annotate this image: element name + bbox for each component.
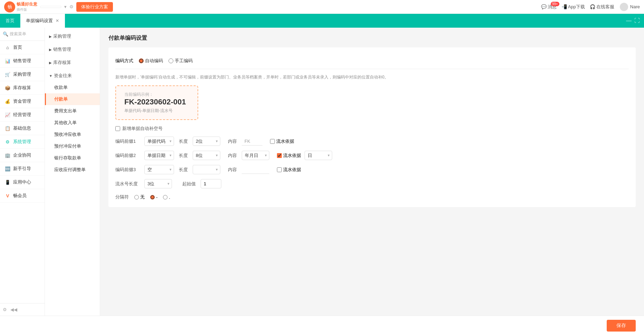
tabbar-minimize-btn[interactable]: — bbox=[626, 18, 632, 24]
sidebar-item-sales[interactable]: 📊 销售管理 bbox=[0, 54, 45, 68]
stream2-unit-wrap[interactable]: 日 月 年 bbox=[305, 151, 332, 160]
submenu-group-sales-header[interactable]: ▶ 销售管理 bbox=[45, 44, 100, 55]
sidebar-item-guide[interactable]: 🆕 新手引导 bbox=[0, 162, 45, 176]
prefix3-select-wrap[interactable]: 单据代码 单据日期 部门 业务员 空 bbox=[144, 165, 174, 174]
stream2-checkbox[interactable] bbox=[277, 153, 282, 158]
tab-close-icon[interactable]: ✕ bbox=[56, 18, 59, 23]
stream3-checkbox[interactable] bbox=[277, 167, 282, 172]
content3-value[interactable] bbox=[242, 166, 269, 174]
service-btn[interactable]: 🎧 在线客服 bbox=[590, 4, 614, 10]
sidebar-search[interactable]: 🔍 搜索菜单 bbox=[0, 28, 45, 41]
content1-label: 内容 bbox=[228, 138, 237, 145]
submenu-item-pre-receipt[interactable]: 预收冲应收单 bbox=[45, 129, 100, 140]
sidebar-item-home[interactable]: ⌂ 首页 bbox=[0, 41, 45, 54]
prefix2-select[interactable]: 单据代码 单据日期 部门 业务员 空 bbox=[144, 151, 174, 160]
search-icon: 🔍 bbox=[3, 31, 8, 37]
sidebar-item-member[interactable]: V 畅会员 bbox=[0, 189, 45, 203]
content2-label: 内容 bbox=[228, 152, 237, 159]
settings-bottom-icon[interactable]: ⚙ bbox=[3, 307, 7, 312]
len1-label: 长度 bbox=[179, 138, 188, 145]
guide-icon: 🆕 bbox=[5, 166, 10, 171]
stream1-check: 流水依据 bbox=[270, 138, 294, 145]
tab-encode-setting[interactable]: 单据编码设置 ✕ bbox=[20, 14, 65, 28]
stream2-unit-select[interactable]: 日 月 年 bbox=[305, 151, 332, 160]
prefix-row-1: 编码前缀1 单据代码 单据日期 部门 业务员 空 长度 2位 4位 6位 bbox=[115, 137, 629, 146]
prefix1-select-wrap[interactable]: 单据代码 单据日期 部门 业务员 空 bbox=[144, 137, 174, 146]
submenu-purchase-label: 采购管理 bbox=[53, 33, 71, 39]
sidebar-item-system[interactable]: ⚙ 系统管理 bbox=[0, 135, 45, 149]
len1-select-wrap[interactable]: 2位 4位 6位 8位 bbox=[193, 137, 220, 146]
auto-encode-input[interactable] bbox=[139, 58, 144, 63]
prefix2-select-wrap[interactable]: 单据代码 单据日期 部门 业务员 空 bbox=[144, 151, 174, 160]
submenu-group-stock-header[interactable]: ▶ 库存核算 bbox=[45, 57, 100, 68]
submenu-item-adjust[interactable]: 应收应付调整单 bbox=[45, 164, 100, 176]
collapse-icon[interactable]: ◀◀ bbox=[10, 307, 17, 312]
member-icon: V bbox=[5, 193, 10, 198]
sep-dot-radio[interactable]: . bbox=[163, 195, 170, 200]
sidebar-item-finance[interactable]: 💰 资金管理 bbox=[0, 95, 45, 108]
nav-area bbox=[40, 6, 61, 8]
auto-fill-row: 新增单据自动补空号 bbox=[115, 125, 629, 132]
sep-none-input[interactable] bbox=[134, 195, 139, 199]
submenu-item-receipt[interactable]: 收款单 bbox=[45, 82, 100, 93]
len1-select[interactable]: 2位 4位 6位 8位 bbox=[193, 137, 220, 146]
settings-icon[interactable]: ⚙ bbox=[69, 4, 74, 9]
len3-select-wrap[interactable]: 2位 4位 6位 8位 bbox=[193, 165, 220, 174]
submenu-item-bank-deposit[interactable]: 银行存取款单 bbox=[45, 152, 100, 164]
len3-select[interactable]: 2位 4位 6位 8位 bbox=[193, 165, 220, 174]
len2-select-wrap[interactable]: 2位 4位 6位 8位 bbox=[193, 151, 220, 160]
submenu-item-expense[interactable]: 费用支出单 bbox=[45, 105, 100, 117]
manual-encode-input[interactable] bbox=[169, 58, 173, 63]
service-icon: 🎧 bbox=[590, 4, 595, 9]
sep-dash-input[interactable] bbox=[150, 195, 155, 199]
serial-len-select[interactable]: 2位 3位 4位 5位 bbox=[144, 179, 172, 188]
submenu-item-payment[interactable]: 付款单 bbox=[45, 93, 100, 105]
content1-value[interactable] bbox=[242, 137, 262, 146]
serial-len-label: 流水号长度 bbox=[115, 181, 140, 187]
start-value-input[interactable] bbox=[201, 179, 221, 188]
auto-encode-radio[interactable]: 自动编码 bbox=[139, 58, 163, 64]
len3-label: 长度 bbox=[179, 167, 188, 173]
submenu-group-purchase-header[interactable]: ▶ 采购管理 bbox=[45, 30, 100, 42]
download-btn[interactable]: 📲 App下载 bbox=[561, 4, 585, 10]
content2-select-wrap[interactable]: 年月日 年月 年 bbox=[242, 151, 269, 160]
content2-select[interactable]: 年月日 年月 年 bbox=[242, 151, 269, 160]
prefix3-select[interactable]: 单据代码 单据日期 部门 业务员 空 bbox=[144, 165, 174, 174]
auto-fill-checkbox[interactable] bbox=[115, 126, 120, 131]
sidebar-item-app[interactable]: 📱 应用中心 bbox=[0, 176, 45, 189]
submenu-group-capital-header[interactable]: ▼ 资金往来 bbox=[45, 70, 100, 82]
sep-dot-input[interactable] bbox=[163, 195, 167, 199]
submenu-group-purchase: ▶ 采购管理 bbox=[45, 30, 100, 42]
submenu-item-other-income[interactable]: 其他收入单 bbox=[45, 117, 100, 129]
submenu-item-pre-payment[interactable]: 预付冲应付单 bbox=[45, 140, 100, 152]
nav-dropdown-icon[interactable]: ▾ bbox=[64, 4, 67, 9]
serial-len-select-wrap[interactable]: 2位 3位 4位 5位 bbox=[144, 179, 172, 188]
content3-label: 内容 bbox=[228, 167, 237, 173]
sidebar-item-corp[interactable]: 🏢 企业协同 bbox=[0, 149, 45, 162]
message-btn[interactable]: 💬 消息 99+ bbox=[541, 4, 557, 10]
sidebar-item-purchase[interactable]: 🛒 采购管理 bbox=[0, 68, 45, 81]
sidebar-item-ops[interactable]: 📈 经营管理 bbox=[0, 108, 45, 122]
sidebar-item-stock[interactable]: 📦 库存核算 bbox=[0, 81, 45, 95]
brand-name: 畅通好生意 bbox=[17, 2, 37, 7]
manual-encode-radio[interactable]: 手工编码 bbox=[169, 58, 193, 64]
prefix-row-2: 编码前缀2 单据代码 单据日期 部门 业务员 空 长度 2位 4位 6位 bbox=[115, 151, 629, 160]
user-area[interactable]: Nare bbox=[620, 3, 640, 11]
topbar-right: 💬 消息 99+ 📲 App下载 🎧 在线客服 Nare bbox=[541, 3, 640, 11]
sidebar-item-home-label: 首页 bbox=[13, 44, 22, 50]
stream1-checkbox[interactable] bbox=[270, 139, 275, 144]
sep-none-radio[interactable]: 无 bbox=[134, 194, 145, 200]
prefix1-select[interactable]: 单据代码 单据日期 部门 业务员 空 bbox=[144, 137, 174, 146]
sidebar-item-base[interactable]: 📋 基础信息 bbox=[0, 122, 45, 135]
tab-home[interactable]: 首页 bbox=[0, 14, 20, 28]
base-icon: 📋 bbox=[5, 125, 10, 131]
sep-dash-radio[interactable]: - bbox=[150, 195, 157, 200]
save-button[interactable]: 保存 bbox=[607, 320, 636, 332]
sidebar-item-finance-label: 资金管理 bbox=[13, 98, 31, 104]
sidebar-item-guide-label: 新手引导 bbox=[13, 166, 31, 172]
topbar-icon-group: 💬 消息 99+ 📲 App下载 🎧 在线客服 bbox=[541, 4, 614, 10]
try-btn[interactable]: 体验行业方案 bbox=[76, 2, 113, 12]
download-icon: 📲 bbox=[561, 4, 567, 9]
tabbar-maximize-btn[interactable]: ⛶ bbox=[634, 18, 640, 24]
len2-select[interactable]: 2位 4位 6位 8位 bbox=[193, 151, 220, 160]
